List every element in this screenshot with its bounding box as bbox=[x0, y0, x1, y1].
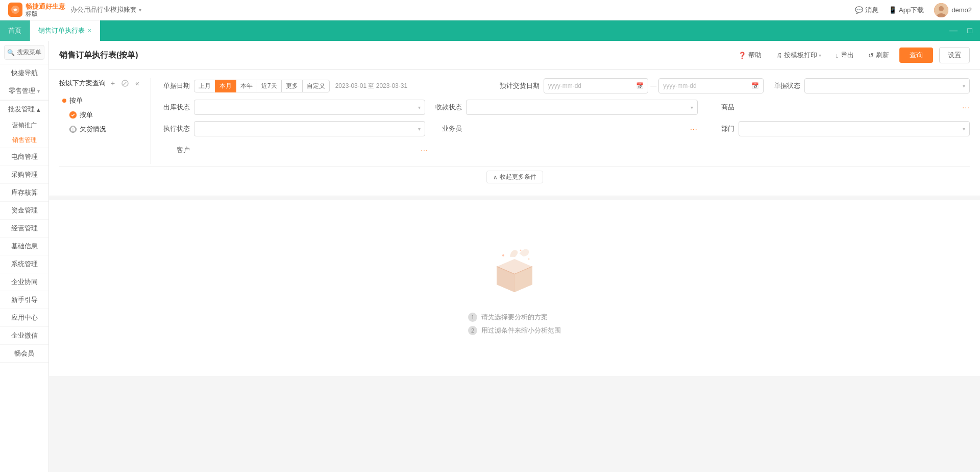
customer-dots-button[interactable]: ··· bbox=[421, 146, 428, 154]
empty-tips: 1 请先选择要分析的方案 2 用过滤条件来缩小分析范围 bbox=[468, 313, 561, 335]
filter-delivery-status: 出库状态 ▾ bbox=[161, 100, 425, 115]
date-range-text: 2023-03-01 至 2023-03-31 bbox=[335, 82, 407, 90]
app-download-button[interactable]: 📱 App下载 bbox=[889, 6, 924, 15]
sidebar-quick-nav-label: 快捷导航 bbox=[11, 68, 38, 78]
tab-minimize-button[interactable]: — bbox=[947, 25, 960, 37]
scheme-item-1[interactable]: 按单 bbox=[59, 93, 142, 108]
template-print-button[interactable]: 🖨 按模板打印 ▾ bbox=[772, 49, 825, 62]
payment-status-select[interactable]: ▾ bbox=[466, 100, 697, 115]
logo-text: 畅捷通好生意 标版 bbox=[26, 3, 65, 18]
user-avatar-area[interactable]: demo2 bbox=[934, 3, 972, 17]
template-print-label: 按模板打印 bbox=[784, 51, 817, 60]
sidebar-item-system[interactable]: 系统管理 bbox=[0, 255, 48, 273]
collapse-bar: ∧ 收起更多条件 bbox=[59, 166, 970, 187]
filter-execution-status: 执行状态 ▾ bbox=[161, 121, 425, 136]
scheme-sub-item-active-label: 按单 bbox=[80, 110, 93, 120]
estimated-date-end-input[interactable]: yyyy-mm-dd 📅 bbox=[658, 78, 764, 93]
sidebar-item-basic-info[interactable]: 基础信息 bbox=[0, 238, 48, 255]
order-status-select[interactable]: ▾ bbox=[804, 78, 970, 93]
execution-status-select[interactable]: ▾ bbox=[194, 121, 425, 136]
empty-tip-1-text: 请先选择要分析的方案 bbox=[481, 313, 548, 322]
salesperson-dots-button[interactable]: ··· bbox=[690, 125, 698, 133]
sidebar-section-retail: 零售管理 ▾ bbox=[0, 82, 48, 101]
settings-button[interactable]: 设置 bbox=[939, 47, 970, 63]
sidebar-item-enterprise[interactable]: 企业协同 bbox=[0, 273, 48, 291]
sidebar-item-quick-nav[interactable]: 快捷导航 bbox=[0, 64, 48, 82]
sidebar-item-inventory[interactable]: 库存核算 bbox=[0, 184, 48, 202]
delivery-status-arrow-icon: ▾ bbox=[418, 105, 421, 110]
sidebar-membership-label: 畅会员 bbox=[14, 349, 34, 358]
sidebar-item-ecommerce[interactable]: 电商管理 bbox=[0, 148, 48, 166]
scheme-panel: 按以下方案查询 + « bbox=[59, 78, 151, 164]
estimated-date-start-input[interactable]: yyyy-mm-dd 📅 bbox=[544, 78, 649, 93]
empty-state: 1 请先选择要分析的方案 2 用过滤条件来缩小分析范围 bbox=[49, 200, 980, 376]
calendar-start-icon: 📅 bbox=[636, 82, 644, 89]
filter-row-4: 客户 ··· bbox=[161, 143, 970, 158]
sidebar-item-operations[interactable]: 经营管理 bbox=[0, 220, 48, 238]
scheme-add-button[interactable]: + bbox=[108, 78, 118, 88]
collapse-button[interactable]: ∧ 收起更多条件 bbox=[486, 171, 543, 183]
sidebar-enterprise-label: 企业协同 bbox=[11, 277, 38, 287]
sidebar-item-wholesale[interactable]: 批发管理 ▴ bbox=[0, 101, 48, 118]
sidebar-item-app-center[interactable]: 应用中心 bbox=[0, 309, 48, 327]
salesperson-select[interactable] bbox=[466, 121, 688, 136]
message-icon: 💬 bbox=[855, 6, 863, 14]
date-btn-custom[interactable]: 自定义 bbox=[302, 80, 330, 92]
date-btn-this-year[interactable]: 本年 bbox=[236, 80, 257, 92]
sidebar-wholesale-label: 批发管理 bbox=[8, 105, 35, 114]
scheme-collapse-button[interactable]: « bbox=[132, 78, 142, 88]
date-btn-last-month[interactable]: 上月 bbox=[194, 80, 215, 92]
filter-goods: 商品 ··· bbox=[706, 100, 970, 115]
date-btn-last7[interactable]: 近7天 bbox=[257, 80, 282, 92]
scheme-sub-item-2[interactable]: ! 欠货情况 bbox=[59, 122, 142, 136]
estimated-date-label: 预计交货日期 bbox=[500, 81, 540, 90]
dept-select[interactable]: ▾ bbox=[739, 121, 970, 136]
message-button[interactable]: 💬 消息 bbox=[855, 6, 878, 15]
query-button[interactable]: 查询 bbox=[899, 48, 933, 63]
tab-bar: 首页 销售订单执行表 × — □ bbox=[0, 20, 980, 41]
sidebar-item-membership[interactable]: 畅会员 bbox=[0, 345, 48, 363]
export-button[interactable]: ↓ 导出 bbox=[831, 49, 859, 62]
sidebar-item-new-user[interactable]: 新手引导 bbox=[0, 291, 48, 309]
sidebar-item-enterprise-wechat[interactable]: 企业微信 bbox=[0, 327, 48, 345]
sidebar: 🔍 搜索菜单 快捷导航 零售管理 ▾ 批发管理 ▴ 营销推广 销售管理 bbox=[0, 41, 49, 472]
dept-arrow-icon: ▾ bbox=[963, 126, 965, 132]
customer-select[interactable] bbox=[194, 143, 419, 158]
filter-payment-status: 收款状态 ▾ bbox=[433, 100, 697, 115]
order-status-arrow-icon: ▾ bbox=[963, 83, 965, 89]
retail-arrow-icon: ▾ bbox=[37, 88, 40, 94]
scheme-sub-item-active[interactable]: 按单 bbox=[59, 108, 142, 122]
svg-text:!: ! bbox=[72, 128, 74, 131]
refresh-button[interactable]: ↺ 刷新 bbox=[864, 49, 893, 62]
search-menu-button[interactable]: 🔍 搜索菜单 bbox=[4, 45, 44, 60]
payment-status-label: 收款状态 bbox=[433, 103, 462, 112]
tab-close-icon[interactable]: × bbox=[88, 27, 91, 34]
goods-select[interactable] bbox=[739, 100, 961, 115]
goods-dots-button[interactable]: ··· bbox=[962, 103, 970, 111]
date-btn-this-month[interactable]: 本月 bbox=[215, 80, 236, 92]
collapse-arrow-icon: ∧ bbox=[493, 174, 498, 181]
sidebar-item-purchase[interactable]: 采购管理 bbox=[0, 166, 48, 184]
tab-home[interactable]: 首页 bbox=[0, 20, 30, 41]
sidebar-item-marketing[interactable]: 营销推广 bbox=[0, 118, 48, 133]
sidebar-item-sales[interactable]: 销售管理 bbox=[0, 133, 48, 148]
goods-control: ··· bbox=[739, 100, 970, 115]
export-icon: ↓ bbox=[836, 52, 839, 59]
scheme-edit-button[interactable] bbox=[120, 78, 130, 88]
svg-point-10 bbox=[520, 250, 522, 251]
header-left: 畅捷通好生意 标版 办公用品行业模拟账套 ▾ bbox=[8, 3, 141, 18]
message-label: 消息 bbox=[865, 6, 878, 15]
sidebar-sales-label: 销售管理 bbox=[12, 136, 37, 144]
date-btn-more[interactable]: 更多 bbox=[281, 80, 303, 92]
help-button[interactable]: ❓ 帮助 bbox=[734, 49, 766, 62]
execution-status-label: 执行状态 bbox=[161, 124, 190, 133]
sidebar-item-retail[interactable]: 零售管理 ▾ bbox=[0, 82, 48, 100]
breadcrumb-dropdown-icon[interactable]: ▾ bbox=[139, 7, 141, 13]
tab-active[interactable]: 销售订单执行表 × bbox=[30, 20, 100, 41]
tab-maximize-button[interactable]: □ bbox=[964, 25, 976, 37]
delivery-status-select[interactable]: ▾ bbox=[194, 100, 425, 115]
filter-dept: 部门 ▾ bbox=[706, 121, 970, 136]
refresh-icon: ↺ bbox=[868, 52, 874, 59]
sidebar-item-finance[interactable]: 资金管理 bbox=[0, 202, 48, 220]
salesperson-control: ··· bbox=[466, 121, 697, 136]
